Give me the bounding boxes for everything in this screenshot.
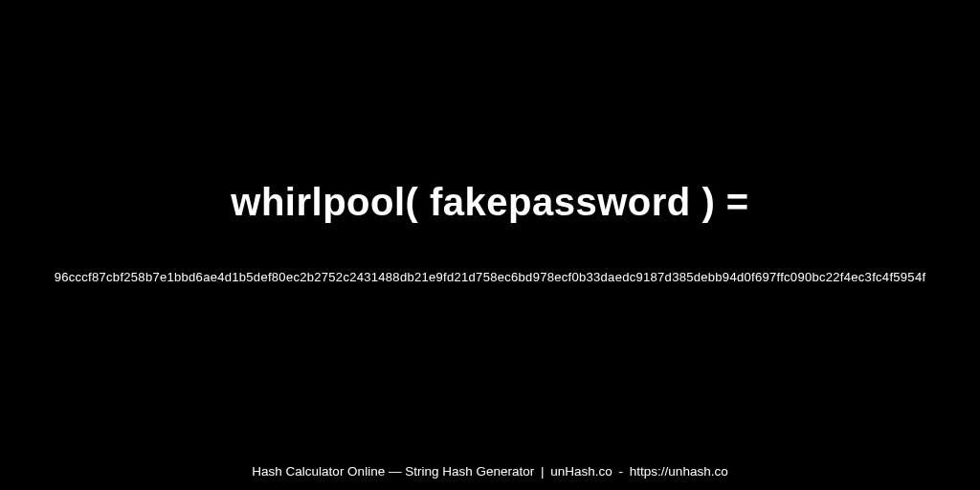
footer-site-name: unHash.co xyxy=(550,464,612,479)
main-content: whirlpool( fakepassword ) = 96cccf87cbf2… xyxy=(0,0,980,464)
footer-separator: - xyxy=(619,464,624,479)
hash-output-value: 96cccf87cbf258b7e1bbd6ae4d1b5def80ec2b27… xyxy=(55,270,926,284)
hash-expression-heading: whirlpool( fakepassword ) = xyxy=(231,181,748,224)
footer-description: Hash Calculator Online — String Hash Gen… xyxy=(252,464,534,479)
footer-url: https://unhash.co xyxy=(630,464,728,479)
footer-separator: | xyxy=(541,464,545,479)
footer: Hash Calculator Online — String Hash Gen… xyxy=(0,464,980,490)
